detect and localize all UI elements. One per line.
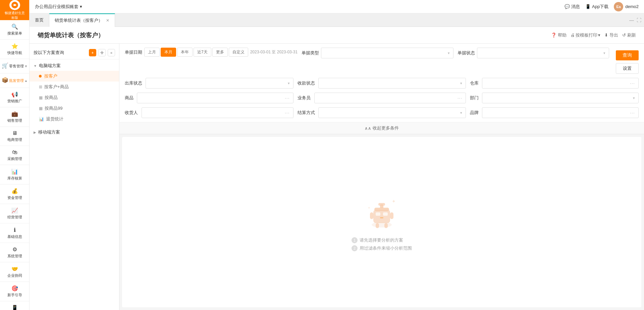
ecom-icon: 🖥 <box>12 130 17 136</box>
refresh-btn[interactable]: ↺ 刷新 <box>622 32 636 38</box>
scheme-item-by-goods99[interactable]: ▦ 按商品99 <box>30 103 119 114</box>
sidebar-item-wholesale[interactable]: 📦 批发管理 ▲ <box>0 73 30 88</box>
sidebar-label-system: 系统管理 <box>7 254 22 259</box>
receiver-select[interactable]: ··· <box>142 107 293 118</box>
date-btn-custom[interactable]: 自定义 <box>229 48 248 57</box>
message-btn[interactable]: 💬 消息 <box>565 4 580 10</box>
table2-icon: ▦ <box>39 106 43 111</box>
sidebar-item-ops[interactable]: 📈 经营管理 <box>0 204 30 223</box>
receive-status-select[interactable]: ▾ <box>318 78 466 89</box>
sidebar-item-basic[interactable]: ℹ 基础信息 <box>0 223 30 243</box>
scheme-section-mobile-header[interactable]: ▶ 移动端方案 <box>30 127 119 137</box>
sidebar-item-newguide[interactable]: 🎯 新手引导 <box>0 282 30 301</box>
filter-row-3: 商品 ··· 业务员 ··· 部门 <box>125 93 639 103</box>
sidebar-item-ecom[interactable]: 🖥 电商管理 <box>0 127 30 146</box>
tab-maximize-icon[interactable]: ⛶ <box>637 17 641 23</box>
sidebar-item-retail[interactable]: 🛒 零售管理 ▼ <box>0 59 30 73</box>
scheme-add-btn[interactable]: + <box>89 49 96 56</box>
export-btn[interactable]: ⬇ 导出 <box>604 32 618 38</box>
scheme-settings-btn[interactable] <box>98 49 106 56</box>
order-type-arrow-icon: ▾ <box>448 51 450 55</box>
app-logo[interactable]: 畅捷通好生意 标版 <box>0 0 30 20</box>
template-print-label: 按模板打印 <box>576 32 597 38</box>
results-section: ✦ ✦ 1 请先选择要分析的方案 2 用过滤条件来缩小分析范围 <box>122 137 641 307</box>
sidebar-item-quick-nav[interactable]: ⭐ 快捷导航 <box>0 40 30 59</box>
salesperson-select[interactable]: ··· <box>314 93 466 103</box>
order-type-label: 单据类型 <box>302 50 319 56</box>
empty-tips: 1 请先选择要分析的方案 2 用过滤条件来缩小分析范围 <box>352 237 412 251</box>
order-status-filter: 单据状态 ▾ <box>458 48 609 58</box>
export-label: 导出 <box>609 32 618 38</box>
svg-rect-5 <box>383 212 388 216</box>
order-status-arrow-icon: ▾ <box>603 51 605 55</box>
settings-button[interactable]: 设置 <box>616 63 639 74</box>
user-menu-btn[interactable]: Ea demo2 <box>614 2 639 11</box>
svg-point-1 <box>101 52 103 53</box>
tab-controls: — ⛶ <box>629 17 644 23</box>
sidebar-item-search-menu[interactable]: 🔍 搜索菜单 <box>0 20 30 40</box>
order-type-select[interactable]: ▾ <box>321 48 453 58</box>
sidebar-item-appcenter[interactable]: 📱 应用中心 <box>0 301 30 310</box>
brand-select[interactable]: ··· <box>482 107 639 118</box>
appcenter-icon: 📱 <box>11 305 18 310</box>
order-status-select[interactable]: ▾ <box>477 48 609 58</box>
out-stock-select[interactable]: ▾ <box>146 78 293 89</box>
brand-filter: 品牌 ··· <box>470 107 639 118</box>
top-header: 办公用品行业模拟账套 ▾ 💬 消息 📱 App下载 Ea demo2 <box>30 0 644 13</box>
desktop-expand-icon: ▼ <box>34 64 37 68</box>
sidebar-label-sales: 销售管理 <box>7 118 22 123</box>
settle-method-select[interactable]: ▾ <box>318 107 466 118</box>
receiver-label: 收货人 <box>125 110 140 116</box>
tab-home[interactable]: 首页 <box>30 13 49 27</box>
enterprise-icon: 🤝 <box>11 266 18 272</box>
sidebar-item-sales[interactable]: 💼 销售管理 <box>0 107 30 127</box>
export-icon: ⬇ <box>604 33 608 38</box>
tab-close-icon[interactable]: ✕ <box>106 18 109 23</box>
sidebar-item-inventory[interactable]: 📊 库存核算 <box>0 165 30 185</box>
sales-icon: 💼 <box>11 111 18 117</box>
dept-select[interactable]: ▾ <box>482 93 639 103</box>
sidebar-item-marketing[interactable]: 📢 营销推广 <box>0 88 30 107</box>
template-print-btn[interactable]: 🖨 按模板打印 ▾ <box>571 32 600 38</box>
warehouse-select[interactable]: ··· <box>482 78 639 89</box>
active-dot-icon <box>39 75 42 78</box>
brand-label: 品牌 <box>470 110 480 116</box>
scheme-item-by-customer[interactable]: 按客户 <box>30 71 119 82</box>
help-btn[interactable]: ❓ 帮助 <box>551 32 567 38</box>
sidebar-item-enterprise[interactable]: 🤝 企业协同 <box>0 262 30 282</box>
sidebar-label-inventory: 库存核算 <box>7 176 22 181</box>
sidebar-item-finance[interactable]: 💰 资金管理 <box>0 185 30 204</box>
page-header: 销货单统计表（按客户） ❓ 帮助 🖨 按模板打印 ▾ ⬇ 导出 ↺ 刷新 <box>30 27 644 44</box>
scheme-item-return-stat[interactable]: 📊 退货统计 <box>30 114 119 124</box>
app-download-btn[interactable]: 📱 App下载 <box>585 4 608 10</box>
scheme-section-desktop-header[interactable]: ▼ 电脑端方案 <box>30 61 119 71</box>
purchase-icon: 🛍 <box>12 149 17 155</box>
date-btn-7days[interactable]: 近7天 <box>194 48 211 57</box>
salesperson-filter: 业务员 ··· <box>298 93 466 103</box>
date-btn-this-year[interactable]: 本年 <box>177 48 193 57</box>
scheme-item-by-goods[interactable]: ▦ 按商品 <box>30 92 119 103</box>
wholesale-icon: 📦 <box>2 77 8 83</box>
table-icon: ▦ <box>39 95 43 100</box>
tab-sales-stat[interactable]: 销货单统计表（按客户） ✕ <box>49 13 115 27</box>
sidebar-item-purchase[interactable]: 🛍 采购管理 <box>0 146 30 165</box>
goods-select[interactable]: ··· <box>137 93 293 103</box>
scheme-collapse-btn[interactable]: « <box>108 49 115 56</box>
date-btn-this-month[interactable]: 本月 <box>161 48 176 57</box>
sidebar-item-system[interactable]: ⚙ 系统管理 <box>0 243 30 262</box>
main-content: 按以下方案查询 + « ▼ 电脑端方案 <box>30 44 644 310</box>
date-btn-more[interactable]: 更多 <box>212 48 228 57</box>
basic-icon: ℹ <box>14 227 16 233</box>
collapse-btn[interactable]: ∧∧ 收起更多条件 <box>119 122 644 134</box>
date-btn-last-month[interactable]: 上月 <box>144 48 160 57</box>
sidebar-label-basic: 基础信息 <box>7 234 22 239</box>
tip-num-1: 1 <box>352 237 358 243</box>
breadcrumb-select[interactable]: 办公用品行业模拟账套 ▾ <box>35 4 82 10</box>
date-filter: 单据日期 上月 本月 本年 近7天 更多 自定义 2023-03-01 至 20… <box>125 48 298 57</box>
scheme-item-by-customer-goods[interactable]: ⊞ 按客户+商品 <box>30 82 119 92</box>
query-button[interactable]: 查询 <box>616 50 639 60</box>
svg-rect-11 <box>390 212 393 219</box>
collapse-label: 收起更多条件 <box>373 125 399 131</box>
tab-minimize-icon[interactable]: — <box>629 17 634 23</box>
filter-row-1: 单据日期 上月 本月 本年 近7天 更多 自定义 2023-03-01 至 20… <box>125 48 639 74</box>
